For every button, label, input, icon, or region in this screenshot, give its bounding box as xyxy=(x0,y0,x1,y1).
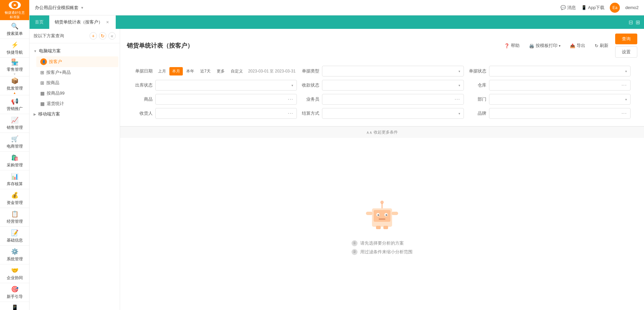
sidebar-item-basic-info[interactable]: 📝 基础信息 xyxy=(0,227,30,246)
sidebar-item-enterprise[interactable]: 🤝 企业协同 xyxy=(0,264,30,283)
bar-icon-1: ▦ xyxy=(40,91,45,96)
app-logo: 畅捷通好生意 标准版 xyxy=(0,0,30,20)
warehouse-filter-item: 仓库 ··· xyxy=(467,80,631,91)
grid-icon-2: ⊞ xyxy=(40,80,44,86)
sidebar-item-retail[interactable]: 🏪 零售管理 ▼ xyxy=(0,58,30,76)
app-download-label: App下载 xyxy=(588,5,604,11)
tab-close-btn[interactable]: ✕ xyxy=(105,19,110,25)
date-tab-last-month[interactable]: 上月 xyxy=(155,67,169,75)
desktop-group-header[interactable]: ▼ 电脑端方案 xyxy=(30,46,120,56)
tab-sales-stat[interactable]: 销货单统计表（按客户） ✕ xyxy=(49,15,116,29)
sidebar-item-label: 企业协同 xyxy=(7,275,23,281)
mobile-group-header[interactable]: ▶ 移动端方案 xyxy=(30,109,120,119)
left-panel-header: 按以下方案查询 + ↻ « xyxy=(30,29,120,43)
receipt-status-label: 收款状态 xyxy=(300,82,322,88)
date-tab-more[interactable]: 更多 xyxy=(214,67,227,75)
date-tab-this-month[interactable]: 本月 xyxy=(169,67,183,75)
tree-child-return-stat[interactable]: ▦ 退货统计 xyxy=(36,99,118,109)
export-btn[interactable]: 📤 导出 xyxy=(567,41,588,50)
tab-home[interactable]: 首页 xyxy=(30,15,49,29)
filter-row-1: 单据日期 上月 本月 本年 近7天 更多 自定义 20 xyxy=(133,66,631,76)
tab-expand-btn[interactable]: ⊟ ⊞ xyxy=(625,15,644,29)
brand-field[interactable]: ··· xyxy=(489,108,631,119)
finance-icon: 💰 xyxy=(11,192,18,199)
sidebar-item-wholesale[interactable]: 📦 批发管理 ▲ xyxy=(0,76,30,95)
sidebar-item-sys-mgmt[interactable]: ⚙️ 系统管理 xyxy=(0,246,30,264)
sidebar-item-ecommerce[interactable]: 🛒 电商管理 xyxy=(0,133,30,152)
goods-filter-item: 商品 ··· xyxy=(133,94,297,105)
help-label: 帮助 xyxy=(511,43,520,49)
sidebar-item-label: 库存核算 xyxy=(7,181,23,187)
add-scheme-btn[interactable]: + xyxy=(90,32,97,40)
settle-field[interactable]: ▾ xyxy=(322,108,464,119)
page-title-row: 销货单统计表（按客户） ❓ 帮助 🖨️ 按模板打印 ▾ 📤 xyxy=(127,34,637,58)
salesman-field[interactable]: ··· xyxy=(322,94,464,105)
sidebar-item-search[interactable]: 🔍 搜索菜单 xyxy=(0,20,30,39)
refresh-scheme-btn[interactable]: ↻ xyxy=(99,32,106,40)
collapse-row[interactable]: ∧∧ 收起更多条件 xyxy=(120,126,644,138)
tip-text-1: 请先选择要分析的方案 xyxy=(360,240,404,246)
dropdown-arrow-docstatus: ▾ xyxy=(625,69,627,73)
dept-field[interactable]: ▾ xyxy=(489,94,631,105)
date-filter-item: 单据日期 上月 本月 本年 近7天 更多 自定义 20 xyxy=(133,66,297,76)
receiver-field[interactable]: ··· xyxy=(155,108,297,119)
sidebar-item-sales-mgmt[interactable]: 📈 销售管理 xyxy=(0,114,30,133)
receipt-status-filter-item: 收款状态 ▾ xyxy=(300,80,464,91)
setting-btn[interactable]: 设置 xyxy=(615,46,637,58)
doc-type-field[interactable]: ▾ xyxy=(322,66,464,76)
app-download-btn[interactable]: 📱 App下载 xyxy=(581,5,604,11)
collapse-label: 收起更多条件 xyxy=(374,130,398,135)
help-btn[interactable]: ❓ 帮助 xyxy=(501,41,522,50)
sidebar-item-label: 批发管理 xyxy=(7,86,23,91)
sidebar-item-purchase[interactable]: 🛍️ 采购管理 xyxy=(0,152,30,170)
doc-type-label: 单据类型 xyxy=(300,68,322,74)
tree-child-by-customer-goods[interactable]: ⊞ 按客户+商品 xyxy=(36,67,118,78)
print-icon: 🖨️ xyxy=(529,43,534,48)
wholesale-icon: 📦 xyxy=(11,77,18,85)
receipt-status-field[interactable]: ▾ xyxy=(322,80,464,91)
date-range-text: 2023-03-01 至 2023-03-31 xyxy=(248,68,296,74)
left-panel-actions: + ↻ « xyxy=(90,32,116,40)
date-tab-this-year[interactable]: 本年 xyxy=(183,67,197,75)
brand-label: 品牌 xyxy=(467,110,489,116)
sidebar-item-inventory[interactable]: 📊 库存核算 xyxy=(0,170,30,189)
receiver-filter-item: 收货人 ··· xyxy=(133,108,297,119)
collapse-panel-btn[interactable]: « xyxy=(108,32,116,40)
date-tab-custom[interactable]: 自定义 xyxy=(228,67,246,75)
mobile-group-label: 移动端方案 xyxy=(38,111,60,117)
sidebar-item-operations[interactable]: 📋 经营管理 xyxy=(0,208,30,227)
sidebar-item-shortcut[interactable]: ⚡ 快捷导航 xyxy=(0,39,30,58)
content: 按以下方案查询 + ↻ « ▼ 电脑端方案 xyxy=(30,29,644,310)
sidebar-item-label: 快捷导航 xyxy=(7,50,23,55)
sidebar-item-finance[interactable]: 💰 资金管理 xyxy=(0,189,30,208)
sidebar-item-app-center[interactable]: 📱 应用中心 xyxy=(0,302,30,310)
minimize-icon: ⊟ xyxy=(629,19,633,25)
dots-warehouse: ··· xyxy=(622,82,627,88)
doc-type-filter-item: 单据类型 ▾ xyxy=(300,66,464,76)
refresh-page-icon: ↻ xyxy=(595,43,598,48)
tree-child-by-goods-99[interactable]: ▦ 按商品99 xyxy=(36,88,118,98)
refresh-btn[interactable]: ↻ 刷新 xyxy=(592,41,611,50)
user-avatar[interactable]: Ea xyxy=(610,3,620,13)
doc-status-field[interactable]: ▾ xyxy=(489,66,631,76)
svg-rect-2 xyxy=(374,210,390,222)
dots-brand: ··· xyxy=(622,110,627,116)
message-btn[interactable]: 💬 消息 xyxy=(560,5,576,11)
sidebar-item-new-guide[interactable]: 🎯 新手引导 xyxy=(0,283,30,302)
empty-tip-1: ① 请先选择要分析的方案 xyxy=(352,240,413,246)
tree-child-by-goods[interactable]: ⊞ 按商品 xyxy=(36,78,118,88)
goods-field[interactable]: ··· xyxy=(155,94,297,105)
sidebar-item-marketing[interactable]: 📢 营销推广 xyxy=(0,95,30,114)
dots-salesman: ··· xyxy=(454,96,460,102)
warehouse-field[interactable]: ··· xyxy=(489,80,631,91)
sidebar-item-label: 采购管理 xyxy=(7,162,23,168)
sidebar-item-label: 新手引导 xyxy=(7,294,23,300)
svg-rect-10 xyxy=(376,226,381,229)
query-btn[interactable]: 查询 xyxy=(615,34,637,44)
tab-sales-stat-label: 销货单统计表（按客户） xyxy=(55,19,103,25)
out-status-field[interactable]: ▾ xyxy=(155,80,297,91)
print-btn[interactable]: 🖨️ 按模板打印 ▾ xyxy=(526,41,563,50)
date-tab-last7[interactable]: 近7天 xyxy=(198,67,213,75)
tree-expand-arrow: ▼ xyxy=(34,49,37,53)
tree-child-by-customer[interactable]: 👤 按客户 xyxy=(36,56,118,67)
